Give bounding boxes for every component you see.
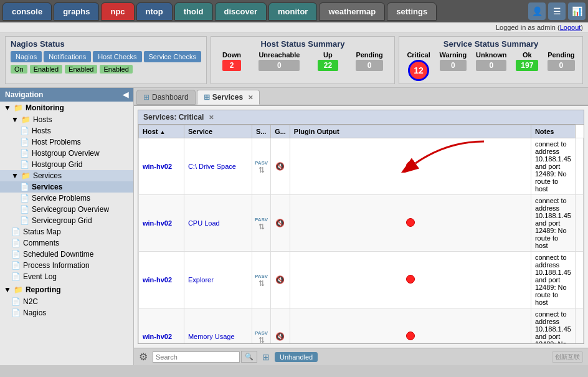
- nav-tab-npc[interactable]: npc: [101, 2, 134, 21]
- host-up-val[interactable]: 22: [318, 60, 338, 71]
- sidebar-hosts-folder[interactable]: ▼ 📁 Hosts: [0, 114, 133, 125]
- dashboard-tab-label: Dashboard: [152, 93, 189, 102]
- sidebar-header: Navigation ◀: [0, 88, 133, 102]
- sidebar-item-event-log[interactable]: 📄 Event Log: [0, 271, 133, 282]
- search-input[interactable]: [153, 351, 240, 363]
- col-notes[interactable]: Notes: [531, 125, 575, 138]
- sidebar-item-host-problems[interactable]: 📄 Host Problems: [0, 136, 133, 148]
- nav-tab-thold[interactable]: thold: [174, 2, 213, 21]
- services-tab-close[interactable]: ✕: [248, 94, 253, 101]
- sidebar-item-scheduled-downtime[interactable]: 📄 Scheduled Downtime: [0, 249, 133, 260]
- search-button[interactable]: 🔍: [241, 351, 257, 363]
- service-checks-btn[interactable]: Service Checks: [144, 51, 201, 62]
- col-host-label: Host: [143, 128, 158, 135]
- table-row[interactable]: win-hv02Memory UsagePASV⇅🔇connect to add…: [139, 308, 584, 344]
- sidebar-item-service-problems[interactable]: 📄 Service Problems: [0, 193, 133, 204]
- col-host[interactable]: Host ▲: [139, 125, 184, 138]
- sidebar-section-monitoring[interactable]: ▼ 📁 Monitoring: [0, 102, 133, 114]
- sidebar-item-hostgroup-overview[interactable]: 📄 Hostgroup Overview: [0, 148, 133, 159]
- nav-icon-chart[interactable]: 📊: [568, 2, 586, 20]
- status-summary-row: Nagios Status Nagios Notifications Host …: [0, 33, 588, 88]
- nav-tab-settings[interactable]: settings: [387, 2, 437, 21]
- cell-service[interactable]: Memory Usage: [184, 308, 252, 344]
- table-row[interactable]: win-hv02ExplorerPASV⇅🔇connect to address…: [139, 252, 584, 308]
- cell-host[interactable]: win-hv02: [139, 252, 184, 308]
- nav-tab-monitor[interactable]: monitor: [268, 2, 317, 21]
- table-row[interactable]: win-hv02CPU LoadPASV⇅🔇connect to address…: [139, 195, 584, 252]
- svc-critical-val[interactable]: 12: [408, 60, 429, 81]
- cell-plugin-output: connect to address 10.188.1.45 and port …: [531, 252, 575, 308]
- critical-panel-close[interactable]: ✕: [209, 114, 214, 121]
- nav-tab-console[interactable]: console: [2, 2, 52, 21]
- nav-tab-graphs[interactable]: graphs: [54, 2, 99, 21]
- sidebar-service-problems-label: Service Problems: [32, 194, 90, 203]
- nav-tab-ntop[interactable]: ntop: [136, 2, 173, 21]
- svc-ok-val[interactable]: 197: [516, 60, 538, 71]
- sidebar-item-process-info[interactable]: 📄 Process Information: [0, 260, 133, 271]
- tab-dashboard[interactable]: ⊞ Dashboard: [136, 90, 196, 105]
- sidebar-item-servicegroup-overview[interactable]: 📄 Servicegroup Overview: [0, 204, 133, 215]
- nagios-status-items: On Enabled Enabled Enabled: [11, 65, 201, 74]
- host-checks-btn[interactable]: Host Checks: [93, 51, 141, 62]
- folder-icon-hosts: 📁: [21, 115, 31, 124]
- cell-g: 🔇: [271, 195, 290, 252]
- svc-unknown-val[interactable]: 0: [476, 60, 507, 71]
- cell-notes: [576, 308, 584, 344]
- status-enabled-3: Enabled: [100, 65, 132, 74]
- unhandled-badge[interactable]: Unhandled: [275, 352, 318, 362]
- nav-tab-discover[interactable]: discover: [215, 2, 267, 21]
- gear-icon[interactable]: ⚙: [139, 351, 148, 363]
- cell-service[interactable]: CPU Load: [184, 195, 252, 252]
- sidebar-services-folder[interactable]: ▼ 📁 Services: [0, 170, 133, 181]
- page-icon-nagios: 📄: [11, 308, 21, 317]
- nav-icons: 👤 ☰ 📊: [528, 2, 586, 20]
- watermark: 创新互联: [552, 351, 583, 363]
- sort-arrow-host: ▲: [160, 129, 166, 135]
- cell-host[interactable]: win-hv02: [139, 138, 184, 195]
- host-pending-val[interactable]: 0: [356, 60, 382, 71]
- svc-warning-val[interactable]: 0: [440, 60, 467, 71]
- page-icon-host-problems: 📄: [20, 138, 29, 146]
- sidebar-collapse-icon[interactable]: ◀: [123, 90, 128, 99]
- sidebar-host-problems-label: Host Problems: [32, 138, 81, 146]
- sidebar-section-reporting[interactable]: ▼ 📁 Reporting: [0, 284, 133, 296]
- cell-service[interactable]: Explorer: [184, 252, 252, 308]
- col-s[interactable]: S...: [252, 125, 270, 138]
- logout-link[interactable]: Logout: [560, 24, 581, 31]
- col-g[interactable]: G...: [271, 125, 290, 138]
- cell-s: PASV⇅: [252, 195, 270, 252]
- tab-services[interactable]: ⊞ Services ✕: [197, 90, 260, 105]
- col-plugin-output[interactable]: Plugin Output: [290, 125, 531, 138]
- cell-s: PASV⇅: [252, 308, 270, 344]
- services-table: Host ▲ Service S... G... Plugin Output N…: [138, 125, 584, 343]
- nagios-btn[interactable]: Nagios: [11, 51, 42, 62]
- page-icon-n2c: 📄: [11, 297, 21, 306]
- host-status-title: Host Status Summary: [216, 39, 389, 49]
- col-service[interactable]: Service: [184, 125, 252, 138]
- svc-pending-val[interactable]: 0: [548, 60, 574, 71]
- notifications-btn[interactable]: Notifications: [44, 51, 91, 62]
- sidebar-item-services[interactable]: 📄 Services: [0, 181, 133, 193]
- sidebar-hosts-label: Hosts: [33, 115, 52, 124]
- cell-service[interactable]: C:\ Drive Space: [184, 138, 252, 195]
- cell-host[interactable]: win-hv02: [139, 308, 184, 344]
- sidebar-item-nagios[interactable]: 📄 Nagios: [0, 307, 133, 318]
- nav-icon-menu[interactable]: ☰: [548, 2, 566, 20]
- host-down-val[interactable]: 2: [222, 60, 241, 71]
- table-row[interactable]: win-hv02C:\ Drive SpacePASV⇅🔇connect to …: [139, 138, 584, 195]
- main-area: Navigation ◀ ▼ 📁 Monitoring ▼ 📁 Hosts 📄 …: [0, 88, 588, 365]
- nav-tab-weathermap[interactable]: weathermap: [319, 2, 385, 21]
- sidebar-item-n2c[interactable]: 📄 N2C: [0, 296, 133, 307]
- sidebar-item-hosts[interactable]: 📄 Hosts: [0, 125, 133, 136]
- sidebar-item-status-map[interactable]: 📄 Status Map: [0, 226, 133, 237]
- page-icon-event-log: 📄: [11, 272, 21, 281]
- nav-icon-person[interactable]: 👤: [528, 2, 546, 20]
- sidebar-item-comments[interactable]: 📄 Comments: [0, 237, 133, 249]
- sidebar-item-servicegroup-grid[interactable]: 📄 Servicegroup Grid: [0, 215, 133, 226]
- host-unreachable-val[interactable]: 0: [258, 60, 300, 71]
- expand-icon-hosts: ▼: [11, 115, 19, 124]
- page-icon-servicegroup-grid: 📄: [20, 216, 29, 225]
- sidebar-item-hostgroup-grid[interactable]: 📄 Hostgroup Grid: [0, 159, 133, 170]
- cell-host[interactable]: win-hv02: [139, 195, 184, 252]
- cell-status-indicator: [290, 308, 531, 344]
